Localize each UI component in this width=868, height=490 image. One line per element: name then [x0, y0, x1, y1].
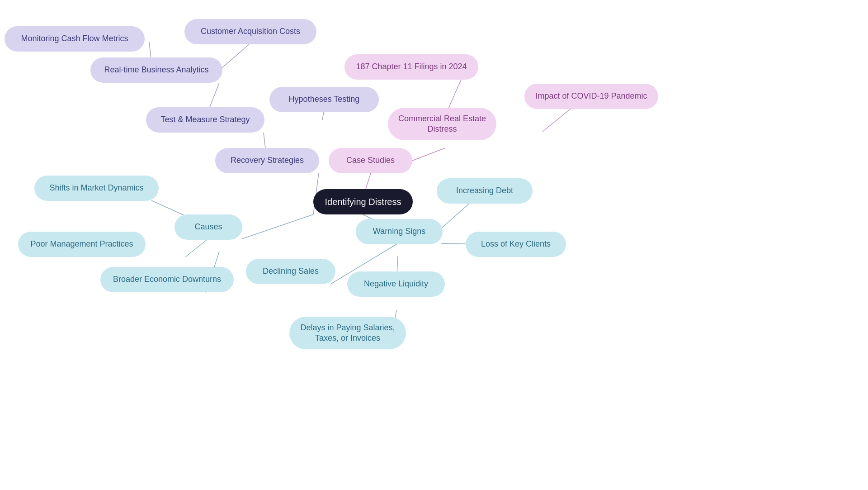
loss-clients-node: Loss of Key Clients	[466, 232, 566, 257]
real-time-node: Real-time Business Analytics	[90, 57, 222, 83]
svg-line-10	[242, 214, 313, 239]
warning-node: Warning Signs	[356, 219, 443, 244]
svg-line-12	[185, 239, 208, 257]
broader-node: Broader Economic Downturns	[100, 267, 234, 292]
covid-node: Impact of COVID-19 Pandemic	[524, 84, 658, 109]
monitoring-node: Monitoring Cash Flow Metrics	[5, 26, 145, 52]
svg-line-15	[439, 203, 470, 231]
customer-acq-node: Customer Acquisition Costs	[184, 19, 316, 44]
recovery-strategies-node: Recovery Strategies	[215, 148, 319, 173]
chapter11-node: 187 Chapter 11 Filings in 2024	[344, 54, 478, 80]
commercial-node: Commercial Real Estate Distress	[388, 108, 496, 140]
svg-line-9	[542, 108, 572, 132]
declining-node: Declining Sales	[246, 259, 335, 284]
case-studies-node: Case Studies	[329, 148, 412, 173]
svg-line-2	[322, 112, 324, 120]
hypotheses-node: Hypotheses Testing	[269, 87, 379, 112]
svg-line-7	[412, 148, 445, 161]
neg-liquidity-node: Negative Liquidity	[347, 271, 445, 297]
delays-node: Delays in Paying Salaries, Taxes, or Inv…	[289, 317, 406, 349]
center-node: Identifying Distress	[313, 189, 413, 214]
svg-line-4	[219, 44, 249, 70]
test-measure-node: Test & Measure Strategy	[146, 107, 264, 133]
shifts-node: Shifts in Market Dynamics	[34, 176, 159, 201]
increasing-debt-node: Increasing Debt	[437, 178, 533, 204]
causes-node: Causes	[175, 214, 242, 240]
poor-mgmt-node: Poor Management Practices	[18, 232, 146, 257]
